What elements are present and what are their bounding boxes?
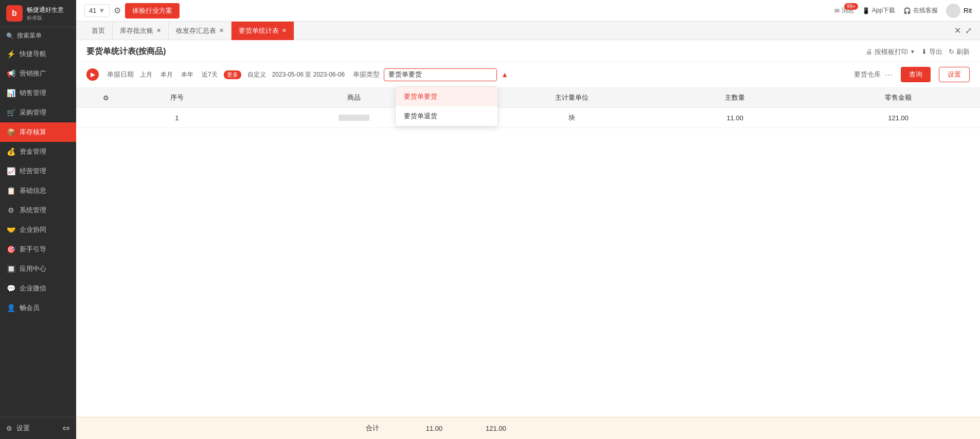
topbar-settings-icon[interactable]: ⚙ [114, 6, 121, 15]
refresh-btn[interactable]: ↻ 刷新 [949, 47, 970, 57]
sidebar-item-purchase[interactable]: 🛒 采购管理 [0, 103, 76, 122]
filter-expand-btn[interactable]: ▶ [86, 68, 99, 81]
dropdown-item-order-return[interactable]: 要货单退货 [396, 106, 497, 126]
sidebar-settings-btn[interactable]: ⚙ 设置 [6, 422, 62, 435]
message-icon: ✉ [834, 7, 840, 14]
sidebar-item-marketing[interactable]: 📢 营销推广 [0, 64, 76, 83]
export-icon: ⬇ [921, 48, 927, 56]
sidebar-item-appstore[interactable]: 🔲 应用中心 [0, 259, 76, 279]
footer-amount: 121.00 [465, 425, 527, 432]
date-last-month-btn[interactable]: 上月 [138, 69, 154, 80]
tab-order-summary[interactable]: 要货单统计表 ✕ [231, 22, 294, 40]
settings-button[interactable]: 设置 [939, 67, 970, 82]
store-selector[interactable]: 41 ▼ [84, 4, 110, 17]
sidebar-item-basics[interactable]: 📋 基础信息 [0, 181, 76, 200]
tab-inventory-batch[interactable]: 库存批次账 ✕ [113, 22, 169, 40]
download-icon: 📱 [862, 7, 870, 14]
print-btn[interactable]: 🖨 按模板打印 ▼ [866, 47, 915, 57]
page-header: 要货单统计表(按商品) 🖨 按模板打印 ▼ ⬇ 导出 ↻ 刷新 [76, 40, 980, 62]
data-table: ⚙ 序号 商品 主计量单位 主数量 零售金额 1 [76, 88, 980, 128]
tab-home[interactable]: 首页 [84, 22, 113, 40]
tab-close-all-btn[interactable]: ✕ [954, 26, 961, 35]
query-button[interactable]: 查询 [901, 67, 931, 82]
export-btn[interactable]: ⬇ 导出 [921, 47, 942, 57]
sidebar-item-wechat[interactable]: 💬 企业微信 [0, 279, 76, 298]
search-menu-item[interactable]: 🔍 搜索菜单 [0, 27, 76, 44]
page-title: 要货单统计表(按商品) [86, 46, 166, 57]
filter-bar: ▶ 单据日期 上月 本月 本年 近7天 更多 自定义 2023-05-06 至 … [76, 62, 980, 88]
sidebar: b 畅捷通好生意 标准版 🔍 搜索菜单 ⚡ 快捷导航 📢 营销推广 📊 销售管理… [0, 0, 76, 439]
online-service-btn[interactable]: 🎧 在线客服 [903, 6, 938, 15]
date-7days-btn[interactable]: 近7天 [200, 69, 220, 80]
print-icon: 🖨 [866, 48, 872, 56]
operations-icon: 📈 [6, 167, 15, 176]
col-seq: 序号 [136, 88, 218, 108]
tab-expand-btn[interactable]: ⤢ [965, 26, 972, 35]
guide-icon: 🎯 [6, 245, 15, 254]
chevron-down-icon: ▼ [98, 7, 105, 14]
type-filter-arrow-icon[interactable]: ▲ [501, 70, 508, 79]
date-this-month-btn[interactable]: 本月 [158, 69, 175, 80]
purchase-icon: 🛒 [6, 108, 15, 117]
warehouse-more-icon[interactable]: ··· [885, 69, 893, 80]
tabbar: 首页 库存批次账 ✕ 收发存汇总表 ✕ 要货单统计表 ✕ ✕ ⤢ [76, 22, 980, 40]
main-area: 41 ▼ ⚙ 体验行业方案 ✉ 消息 99+ 📱 App下载 🎧 在线客服 R [76, 0, 980, 439]
warehouse-filter-label: 要货仓库 [854, 70, 881, 79]
tab-close-order-summary[interactable]: ✕ [282, 27, 287, 34]
footer-label: 合计 [342, 424, 403, 433]
sidebar-item-cooperation[interactable]: 🤝 企业协同 [0, 220, 76, 240]
wechat-icon: 💬 [6, 284, 15, 293]
sidebar-item-member[interactable]: 👤 畅会员 [0, 298, 76, 318]
inventory-icon: 📦 [6, 127, 15, 137]
sidebar-item-guide[interactable]: 🎯 新手引导 [0, 240, 76, 259]
date-filter-group: 单据日期 上月 本月 本年 近7天 更多 自定义 2023-05-06 至 20… [107, 69, 345, 80]
type-filter-label: 单据类型 [353, 70, 380, 79]
sidebar-item-quick-nav[interactable]: ⚡ 快捷导航 [0, 44, 76, 64]
member-icon: 👤 [6, 303, 15, 313]
topbar-left: 41 ▼ ⚙ 体验行业方案 [84, 3, 828, 19]
trial-button[interactable]: 体验行业方案 [125, 3, 180, 19]
type-filter-input[interactable] [384, 68, 497, 81]
date-more-badge[interactable]: 更多 [224, 70, 241, 79]
sidebar-item-finance[interactable]: 💰 资金管理 [0, 142, 76, 161]
app-download-btn[interactable]: 📱 App下载 [862, 6, 895, 15]
product-placeholder-bar [338, 115, 369, 121]
sidebar-item-sales[interactable]: 📊 销售管理 [0, 83, 76, 103]
dropdown-item-order-goods[interactable]: 要货单要货 [396, 87, 497, 106]
col-settings-icon: ⚙ [103, 94, 109, 102]
sales-icon: 📊 [6, 88, 15, 98]
message-btn[interactable]: ✉ 消息 99+ [834, 6, 854, 15]
marketing-icon: 📢 [6, 69, 15, 78]
print-chevron-icon: ▼ [910, 49, 915, 54]
sidebar-collapse-btn[interactable]: ⇔ [62, 423, 70, 434]
table-row: 1 块 11.00 121.00 [76, 108, 980, 128]
refresh-icon: ↻ [949, 48, 954, 56]
sidebar-item-system[interactable]: ⚙ 系统管理 [0, 200, 76, 220]
user-area[interactable]: Rit [946, 4, 972, 18]
tab-receive-summary[interactable]: 收发存汇总表 ✕ [169, 22, 231, 40]
row-amount: 121.00 [816, 108, 980, 128]
table-header-row: ⚙ 序号 商品 主计量单位 主数量 零售金额 [76, 88, 980, 108]
tab-close-inventory-batch[interactable]: ✕ [156, 27, 161, 34]
date-custom-btn[interactable]: 自定义 [245, 69, 268, 80]
table-container: ⚙ 序号 商品 主计量单位 主数量 零售金额 1 [76, 88, 980, 417]
tabbar-actions: ✕ ⤢ [954, 26, 972, 35]
col-settings[interactable]: ⚙ [76, 88, 136, 108]
footer-qty: 11.00 [403, 425, 465, 432]
date-filter-label: 单据日期 [107, 70, 134, 79]
sidebar-item-inventory[interactable]: 📦 库存核算 [0, 122, 76, 142]
row-unit: 块 [490, 108, 653, 128]
cooperation-icon: 🤝 [6, 225, 15, 234]
sidebar-nav: ⚡ 快捷导航 📢 营销推广 📊 销售管理 🛒 采购管理 📦 库存核算 💰 资金管… [0, 44, 76, 417]
system-icon: ⚙ [6, 206, 15, 215]
col-qty: 主数量 [653, 88, 817, 108]
topbar: 41 ▼ ⚙ 体验行业方案 ✉ 消息 99+ 📱 App下载 🎧 在线客服 R [76, 0, 980, 22]
col-unit: 主计量单位 [490, 88, 653, 108]
finance-icon: 💰 [6, 147, 15, 156]
search-icon: 🔍 [6, 32, 14, 40]
sidebar-item-operations[interactable]: 📈 经营管理 [0, 161, 76, 181]
type-filter-group: 单据类型 ▲ [353, 68, 508, 81]
date-this-year-btn[interactable]: 本年 [179, 69, 195, 80]
basics-icon: 📋 [6, 186, 15, 195]
tab-close-receive-summary[interactable]: ✕ [219, 27, 224, 34]
